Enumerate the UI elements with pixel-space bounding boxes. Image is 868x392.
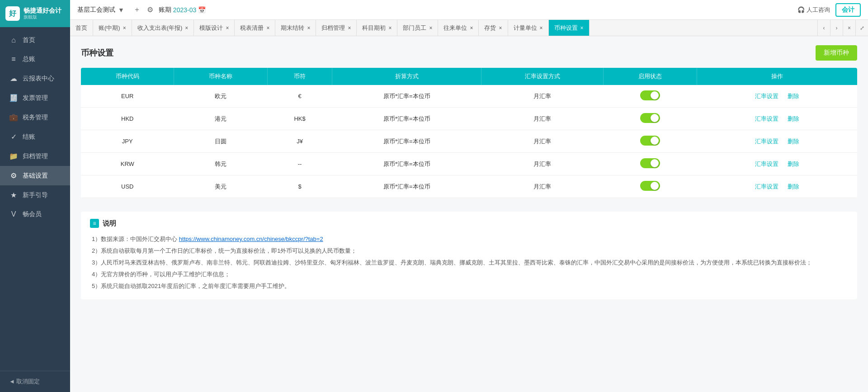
tab-home-label: 首页: [75, 24, 87, 32]
delete-link-3[interactable]: 删除: [788, 161, 799, 167]
home-icon: ⌂: [9, 36, 18, 44]
rate-setting-link-0[interactable]: 汇率设置: [755, 93, 778, 99]
tab-expand-btn[interactable]: ⤢: [855, 20, 868, 36]
tab-home[interactable]: 首页: [70, 20, 93, 36]
tab-unit-close[interactable]: ×: [540, 25, 543, 31]
tab-template[interactable]: 模版设计 ×: [194, 20, 235, 36]
tab-subject-init-close[interactable]: ×: [388, 25, 392, 31]
tab-currency[interactable]: 币种设置 ×: [549, 20, 590, 36]
tabs-controls: ‹ › × ⤢: [817, 20, 868, 36]
new-currency-button[interactable]: 新增币种: [816, 45, 857, 61]
tab-income-label: 收入支出表(年报): [137, 24, 183, 32]
td-calc-0: 原币*汇率=本位币: [332, 85, 481, 108]
tab-accounting[interactable]: 账(中期) ×: [93, 20, 132, 36]
tab-dept-close[interactable]: ×: [429, 25, 432, 31]
page-title: 币种设置: [81, 47, 113, 58]
tab-template-label: 模版设计: [199, 24, 223, 32]
consulting-button[interactable]: 🎧 人工咨询: [797, 6, 830, 14]
sidebar-label-settings: 基础设置: [23, 172, 48, 180]
td-symbol-2: J¥: [267, 130, 332, 153]
rate-setting-link-3[interactable]: 汇率设置: [755, 161, 778, 167]
tab-taxclear[interactable]: 税表清册 ×: [235, 20, 275, 36]
tab-period-end-close[interactable]: ×: [307, 25, 310, 31]
tab-period-end[interactable]: 期末结转 ×: [275, 20, 316, 36]
sidebar-item-invoice[interactable]: 🧾 发票管理: [0, 88, 70, 108]
sidebar-pin-toggle[interactable]: ◄ 取消固定: [0, 371, 70, 392]
sidebar-item-member[interactable]: V 畅会员: [0, 205, 70, 224]
rate-setting-link-4[interactable]: 汇率设置: [755, 183, 778, 190]
kuaiji-button[interactable]: 会计: [835, 3, 861, 17]
rate-setting-link-1[interactable]: 汇率设置: [755, 115, 778, 122]
td-code-3: KRW: [81, 153, 174, 175]
delete-link-1[interactable]: 删除: [788, 115, 799, 122]
tab-unit-label: 计量单位: [514, 24, 537, 32]
delete-link-2[interactable]: 删除: [788, 138, 799, 145]
reports-icon: ☁: [9, 74, 18, 83]
guide-icon: ★: [9, 191, 18, 199]
tab-archive-close[interactable]: ×: [348, 25, 351, 31]
td-symbol-1: HK$: [267, 108, 332, 130]
tab-inventory[interactable]: 存货 ×: [479, 20, 508, 36]
sidebar-item-settings[interactable]: ⚙ 基础设置: [0, 166, 70, 185]
calendar-icon[interactable]: 📅: [198, 6, 206, 14]
tab-subject-init[interactable]: 科目期初 ×: [357, 20, 397, 36]
td-rate-method-1: 月汇率: [481, 108, 604, 130]
sidebar-label-tax: 税务管理: [23, 113, 48, 122]
td-name-1: 港元: [174, 108, 268, 130]
note-item: 4）无官方牌价的币种，可以用户手工维护汇率信息；: [90, 269, 848, 280]
sidebar-item-reports[interactable]: ☁ 云报表中心: [0, 69, 70, 88]
td-action-4: 汇率设置 删除: [697, 175, 857, 198]
add-btn[interactable]: ＋: [133, 5, 141, 14]
tab-unit[interactable]: 计量单位 ×: [508, 20, 549, 36]
tab-currency-label: 币种设置: [554, 24, 578, 32]
td-name-4: 美元: [174, 175, 268, 198]
sidebar-item-home[interactable]: ⌂ 首页: [0, 31, 70, 50]
td-symbol-0: €: [267, 85, 332, 108]
tab-dept[interactable]: 部门员工 ×: [397, 20, 438, 36]
tab-inventory-close[interactable]: ×: [499, 25, 502, 31]
sidebar-item-guide[interactable]: ★ 新手引导: [0, 185, 70, 205]
archive-icon: 📁: [9, 152, 18, 161]
notes-title-block: ≡ 说明: [90, 219, 848, 228]
toggle-1[interactable]: [640, 113, 660, 123]
tab-clients-close[interactable]: ×: [470, 25, 473, 31]
tab-template-close[interactable]: ×: [226, 25, 229, 31]
notes-title-label: 说明: [103, 219, 116, 228]
td-name-2: 日圆: [174, 130, 268, 153]
settings-gear-btn[interactable]: ⚙: [147, 5, 153, 14]
delete-link-0[interactable]: 删除: [788, 93, 799, 99]
tab-clients[interactable]: 往来单位 ×: [438, 20, 479, 36]
th-rate-method: 汇率设置方式: [481, 68, 604, 85]
sidebar-item-archive[interactable]: 📁 归档管理: [0, 146, 70, 166]
sidebar-item-ledger[interactable]: ≡ 总账: [0, 50, 70, 69]
notes-link[interactable]: https://www.chinamoney.com.cn/chinese/bk…: [179, 236, 323, 242]
toggle-3[interactable]: [640, 158, 660, 168]
td-status-0: [604, 85, 697, 108]
toggle-2[interactable]: [640, 136, 660, 146]
tab-close-all-btn[interactable]: ×: [843, 20, 855, 36]
tab-next-btn[interactable]: ›: [830, 20, 843, 36]
td-code-1: HKD: [81, 108, 174, 130]
toggle-4[interactable]: [640, 181, 660, 191]
tab-income[interactable]: 收入支出表(年报) ×: [132, 20, 194, 36]
th-code: 币种代码: [81, 68, 174, 85]
tab-archive[interactable]: 归档管理 ×: [316, 20, 357, 36]
tab-accounting-close[interactable]: ×: [123, 25, 126, 31]
toggle-0[interactable]: [640, 90, 660, 100]
th-status: 启用状态: [604, 68, 697, 85]
tab-currency-close[interactable]: ×: [580, 25, 584, 31]
tab-prev-btn[interactable]: ‹: [817, 20, 830, 36]
sidebar: 好 畅捷通好会计 旗舰版 ⌂ 首页 ≡ 总账 ☁ 云报表中心 🧾 发票管理 💼 …: [0, 0, 70, 392]
td-calc-1: 原币*汇率=本位币: [332, 108, 481, 130]
rate-setting-link-2[interactable]: 汇率设置: [755, 138, 778, 145]
tab-income-close[interactable]: ×: [185, 25, 188, 31]
td-rate-method-0: 月汇率: [481, 85, 604, 108]
company-name: 基层工会测试 ▼: [77, 6, 124, 14]
sidebar-item-checkout[interactable]: ✓ 结账: [0, 127, 70, 146]
company-dropdown-arrow[interactable]: ▼: [118, 6, 124, 14]
delete-link-4[interactable]: 删除: [788, 183, 799, 190]
sidebar-item-tax[interactable]: 💼 税务管理: [0, 108, 70, 127]
tab-taxclear-close[interactable]: ×: [266, 25, 269, 31]
logo-subtitle: 旗舰版: [24, 14, 61, 20]
sidebar-label-home: 首页: [23, 36, 35, 44]
